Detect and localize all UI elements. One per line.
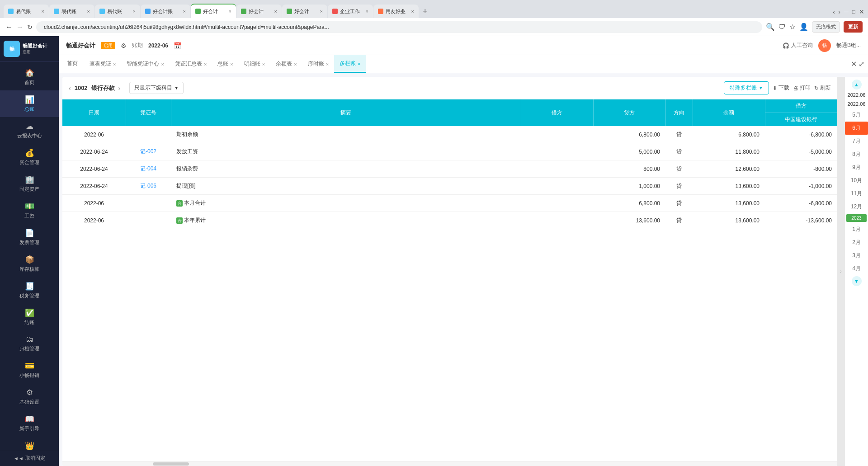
browser-tab-5[interactable]: 好会计 × (191, 4, 236, 18)
panel-toggle[interactable]: › (837, 77, 844, 466)
sidebar-item-invoice[interactable]: 📄 发票管理 (0, 224, 59, 250)
month-item-5[interactable]: 5月 (845, 108, 868, 122)
tab-5-close[interactable]: × (229, 9, 231, 14)
sidebar-item-archive[interactable]: 🗂 归档管理 (0, 330, 59, 357)
tab-9-close[interactable]: × (411, 9, 414, 14)
print-button[interactable]: 🖨 打印 (793, 84, 811, 92)
scrollbar-thumb[interactable] (153, 462, 189, 466)
tab-view-voucher[interactable]: 查看凭证 × (84, 56, 121, 72)
tab-view-voucher-close[interactable]: × (113, 61, 116, 67)
special-multi-button[interactable]: 特殊多栏账 ▼ (724, 81, 769, 94)
month-item-3[interactable]: 3月 (845, 249, 868, 262)
month-item-9[interactable]: 9月 (845, 161, 868, 174)
pin-toggle[interactable]: ◄◄ 取消固定 (2, 455, 57, 461)
sidebar-item-home[interactable]: 🏠 首页 (0, 64, 59, 90)
shield-icon[interactable]: 🛡 (778, 23, 786, 31)
month-item-6[interactable]: 6月 (845, 122, 868, 135)
tab-smart-voucher-close[interactable]: × (161, 61, 164, 67)
month-item-10[interactable]: 10月 (845, 174, 868, 187)
forward-button[interactable]: → (16, 23, 24, 31)
tab-journal[interactable]: 序时账 × (302, 56, 334, 72)
tab-prev-button[interactable]: ‹ (833, 9, 835, 15)
scrollbar-bottom[interactable] (62, 461, 837, 466)
tab-multi-column[interactable]: 多栏账 × (334, 55, 366, 73)
tab-1-close[interactable]: × (42, 9, 44, 14)
tab-detail-ledger-close[interactable]: × (262, 61, 265, 67)
sidebar-item-cloud[interactable]: ☁ 云报表中心 (0, 117, 59, 144)
tab-next-button[interactable]: › (838, 9, 840, 15)
tab-journal-close[interactable]: × (326, 61, 329, 67)
browser-tab-2[interactable]: 易代账 × (49, 5, 94, 18)
browser-tab-8[interactable]: 企业工作 × (328, 5, 373, 18)
settings-icon-topbar[interactable]: ⚙ (121, 42, 127, 49)
sidebar-item-expense[interactable]: 💳 小畅报销 (0, 357, 59, 383)
tab-balance[interactable]: 余额表 × (270, 56, 302, 72)
update-button[interactable]: 更新 (844, 21, 863, 33)
maximize-button[interactable]: □ (852, 9, 855, 15)
sidebar-item-salary[interactable]: 💵 工资 (0, 197, 59, 224)
scroll-down-button[interactable]: ▼ (852, 276, 862, 286)
download-button[interactable]: ⬇ 下载 (773, 84, 789, 92)
tab-voucher-summary[interactable]: 凭证汇总表 × (170, 56, 212, 72)
tab-4-close[interactable]: × (183, 9, 186, 14)
tab-multi-column-close[interactable]: × (358, 61, 360, 66)
account-next-button[interactable]: › (118, 85, 121, 92)
minimize-button[interactable]: ─ (844, 8, 849, 15)
month-item-7[interactable]: 7月 (845, 135, 868, 148)
cell-voucher[interactable]: 记-006 (126, 178, 171, 195)
refresh-button[interactable]: ↻ 刷新 (814, 84, 831, 92)
reload-button[interactable]: ↻ (27, 24, 33, 31)
sub-account-dropdown[interactable]: 只显示下级科目 ▼ (129, 82, 184, 94)
tab-6-close[interactable]: × (274, 9, 277, 14)
tab-voucher-summary-close[interactable]: × (204, 61, 207, 67)
browser-tab-3[interactable]: 易代账 × (95, 5, 140, 18)
tab-smart-voucher[interactable]: 智能凭证中心 × (121, 56, 169, 72)
sidebar-item-assets[interactable]: 🏢 固定资产 (0, 170, 59, 197)
month-item-8[interactable]: 8月 (845, 148, 868, 161)
month-item-2[interactable]: 2月 (845, 236, 868, 249)
search-icon[interactable]: 🔍 (766, 23, 775, 31)
bookmark-icon[interactable]: ☆ (789, 23, 796, 31)
browser-tab-4[interactable]: 好会计账 × (141, 5, 190, 18)
no-trace-button[interactable]: 无痕模式 (812, 21, 840, 33)
month-item-1[interactable]: 1月 (845, 223, 868, 236)
sidebar-item-ledger[interactable]: 📊 总账 (0, 90, 59, 117)
browser-tab-6[interactable]: 好会计 × (236, 5, 282, 18)
tab-detail-ledger[interactable]: 明细账 × (239, 56, 270, 72)
sidebar-item-close[interactable]: ✅ 结账 (0, 304, 59, 330)
close-tab-button[interactable]: ✕ (851, 60, 857, 68)
back-button[interactable]: ← (5, 23, 13, 31)
month-item-12[interactable]: 12月 (845, 200, 868, 213)
cell-voucher[interactable]: 记-004 (126, 160, 171, 178)
tab-8-close[interactable]: × (366, 9, 368, 14)
sidebar-item-inventory[interactable]: 📦 库存核算 (0, 250, 59, 277)
month-item-11[interactable]: 11月 (845, 187, 868, 200)
calendar-icon[interactable]: 📅 (174, 42, 181, 49)
close-button[interactable]: ✕ (859, 8, 864, 15)
sidebar-item-tax[interactable]: 🧾 税务管理 (0, 277, 59, 304)
url-bar[interactable]: cloud2.chanjet.com/accounting/uh26t264j5… (36, 21, 762, 33)
tab-balance-close[interactable]: × (294, 61, 297, 67)
expand-tab-button[interactable]: ⤢ (859, 60, 864, 68)
month-item-4[interactable]: 4月 (845, 262, 868, 275)
consultant-button[interactable]: 🎧 人工咨询 (783, 42, 813, 49)
tab-general-ledger[interactable]: 总账 × (212, 56, 238, 72)
profile-icon[interactable]: 👤 (799, 23, 808, 31)
browser-tab-7[interactable]: 好会计 × (282, 5, 327, 18)
account-prev-button[interactable]: ‹ (69, 85, 71, 92)
tab-3-close[interactable]: × (133, 9, 136, 14)
tab-general-ledger-close[interactable]: × (230, 61, 233, 67)
browser-tab-9[interactable]: 用友好业 × (373, 5, 419, 18)
scroll-up-button[interactable]: ▲ (852, 80, 862, 89)
tab-2-close[interactable]: × (87, 9, 90, 14)
tab-7-close[interactable]: × (320, 9, 323, 14)
sidebar-item-member[interactable]: 👑 畅会员 (0, 437, 59, 450)
new-tab-button[interactable]: + (419, 5, 431, 18)
sidebar-item-settings[interactable]: ⚙ 基础设置 (0, 383, 59, 410)
tab-home[interactable]: 首页 (61, 55, 84, 73)
cell-voucher[interactable]: 记-002 (126, 143, 171, 160)
browser-tab-1[interactable]: 易代账 × (4, 5, 49, 18)
sidebar-item-guide[interactable]: 📖 新手引导 (0, 410, 59, 437)
logo-info: 畅通好会计 启用 (23, 42, 47, 55)
sidebar-item-funds[interactable]: 💰 资金管理 (0, 144, 59, 170)
